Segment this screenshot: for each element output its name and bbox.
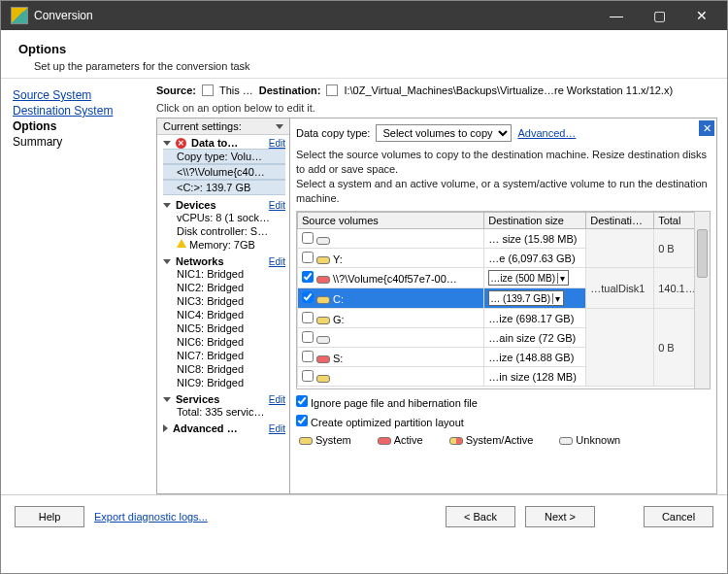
nav-source-system[interactable]: Source System	[13, 88, 145, 102]
source-value: This …	[219, 84, 253, 96]
settings-item[interactable]: NIC8: Bridged	[163, 362, 285, 376]
ignore-pagefile-checkbox[interactable]: Ignore page file and hibernation file	[296, 397, 478, 409]
settings-item[interactable]: vCPUs: 8 (1 sock…	[163, 211, 285, 224]
disk-icon	[316, 276, 330, 284]
settings-item[interactable]: Disk controller: S…	[163, 224, 285, 238]
disk-icon	[316, 296, 330, 304]
create-optimized-label: Create optimized partition layout	[311, 417, 464, 428]
create-optimized-checkbox[interactable]: Create optimized partition layout	[296, 417, 464, 428]
settings-item[interactable]: Memory: 7GB	[163, 238, 285, 252]
main-panel: Source: This … Destination: I:\0Z_Virtua…	[156, 79, 727, 494]
window-title: Conversion	[34, 9, 93, 22]
volumes-table-wrap: Source volumesDestination sizeDestinati……	[296, 211, 711, 389]
table-header[interactable]: Destination size	[484, 213, 586, 229]
volume-checkbox[interactable]	[302, 351, 314, 362]
cancel-button[interactable]: Cancel	[644, 506, 713, 527]
volume-checkbox[interactable]	[302, 370, 314, 382]
settings-item[interactable]: <\\?\Volume{c40…	[163, 164, 285, 180]
detail-description: Select the source volumes to copy to the…	[296, 148, 711, 205]
settings-item[interactable]: NIC9: Bridged	[163, 376, 285, 389]
disk-icon	[316, 237, 330, 245]
settings-section-head[interactable]: NetworksEdit	[163, 255, 285, 267]
disk-icon	[316, 375, 330, 383]
settings-item[interactable]: NIC5: Bridged	[163, 321, 285, 335]
dest-label: Destination:	[259, 84, 321, 96]
detail-panel: ✕ Data copy type: Select volumes to copy…	[290, 118, 717, 494]
copy-type-select[interactable]: Select volumes to copy	[376, 124, 512, 142]
table-row[interactable]: \\?\Volume{c40f57e7-00……ize (500 MB)▾…tu…	[298, 268, 710, 288]
volume-checkbox[interactable]	[302, 232, 314, 244]
hint-text: Click on an option below to edit it.	[156, 102, 717, 114]
settings-item[interactable]: Total: 335 servic…	[163, 405, 285, 419]
volume-checkbox[interactable]	[302, 271, 314, 283]
edit-link[interactable]: Edit	[269, 200, 285, 211]
edit-link[interactable]: Edit	[269, 423, 285, 434]
page-title: Options	[18, 42, 710, 56]
table-scrollbar[interactable]	[694, 212, 710, 388]
settings-section-head[interactable]: ✕Data to…Edit	[163, 137, 285, 149]
settings-item[interactable]: NIC3: Bridged	[163, 294, 285, 308]
next-button[interactable]: Next >	[525, 506, 595, 527]
close-button[interactable]: ✕	[680, 1, 723, 30]
copy-type-label: Data copy type:	[296, 127, 370, 139]
settings-section-head[interactable]: Advanced …Edit	[163, 422, 285, 434]
footer: Help Export diagnostic logs... < Back Ne…	[1, 494, 727, 537]
maximize-button[interactable]: ▢	[638, 1, 680, 30]
table-header[interactable]: Source volumes	[298, 213, 484, 229]
settings-item[interactable]: NIC6: Bridged	[163, 335, 285, 349]
settings-header: Current settings:	[157, 118, 289, 135]
dest-value: I:\0Z_Virtual_Machines\Backups\Virtualiz…	[344, 84, 673, 96]
table-row[interactable]: G:…ize (698.17 GB)0 B	[298, 309, 710, 328]
nav-destination-system[interactable]: Destination System	[13, 104, 145, 118]
dest-size-combo[interactable]: … (139.7 GB)▾	[488, 290, 564, 306]
source-dest-row: Source: This … Destination: I:\0Z_Virtua…	[156, 84, 717, 96]
dest-size-combo[interactable]: …ize (500 MB)▾	[488, 270, 569, 286]
legend-unknown: Unknown	[556, 434, 620, 446]
volume-checkbox[interactable]	[302, 291, 314, 303]
settings-section-head[interactable]: DevicesEdit	[163, 199, 285, 211]
disk-icon	[316, 355, 330, 363]
minimize-button[interactable]: —	[595, 1, 638, 30]
settings-panel: Current settings: ✕Data to…EditCopy type…	[156, 118, 290, 494]
edit-link[interactable]: Edit	[269, 394, 285, 405]
nav-options[interactable]: Options	[13, 119, 145, 133]
volumes-table: Source volumesDestination sizeDestinati……	[297, 212, 710, 387]
volume-checkbox[interactable]	[302, 331, 314, 343]
table-header[interactable]: Destinati…	[586, 213, 654, 229]
nav-summary[interactable]: Summary	[13, 135, 145, 149]
wizard-header: Options Set up the parameters for the co…	[1, 30, 727, 79]
edit-link[interactable]: Edit	[269, 256, 285, 267]
legend-row: System Active System/Active Unknown	[296, 434, 711, 446]
legend-active: Active	[375, 434, 423, 446]
volume-checkbox[interactable]	[302, 252, 314, 263]
computer-icon	[202, 84, 214, 96]
disk-icon	[316, 317, 330, 324]
chevron-down-icon[interactable]	[276, 124, 283, 129]
settings-section-head[interactable]: ServicesEdit	[163, 393, 285, 405]
settings-item[interactable]: <C:>: 139.7 GB	[163, 180, 285, 195]
settings-item[interactable]: NIC2: Bridged	[163, 281, 285, 294]
export-logs-link[interactable]: Export diagnostic logs...	[94, 511, 208, 523]
close-detail-button[interactable]: ✕	[699, 120, 714, 136]
ignore-pagefile-input[interactable]	[296, 395, 308, 407]
back-button[interactable]: < Back	[446, 506, 515, 527]
settings-item[interactable]: NIC4: Bridged	[163, 308, 285, 321]
edit-link[interactable]: Edit	[269, 138, 285, 149]
settings-item[interactable]: NIC1: Bridged	[163, 267, 285, 281]
legend-system: System	[296, 434, 351, 446]
titlebar: Conversion — ▢ ✕	[1, 1, 727, 30]
source-label: Source:	[156, 84, 196, 96]
table-row[interactable]: … size (15.98 MB)0 B	[298, 229, 710, 249]
volume-checkbox[interactable]	[302, 312, 314, 323]
ignore-pagefile-label: Ignore page file and hibernation file	[311, 397, 478, 409]
disk-icon	[316, 336, 330, 344]
wizard-nav: Source System Destination System Options…	[1, 79, 156, 494]
page-subtitle: Set up the parameters for the conversion…	[34, 60, 710, 72]
help-button[interactable]: Help	[15, 506, 84, 527]
vm-icon	[326, 84, 338, 96]
advanced-link[interactable]: Advanced…	[517, 127, 576, 139]
settings-item[interactable]: NIC7: Bridged	[163, 349, 285, 362]
settings-item[interactable]: Copy type: Volu…	[163, 149, 285, 164]
app-icon	[11, 7, 28, 24]
create-optimized-input[interactable]	[296, 415, 308, 426]
